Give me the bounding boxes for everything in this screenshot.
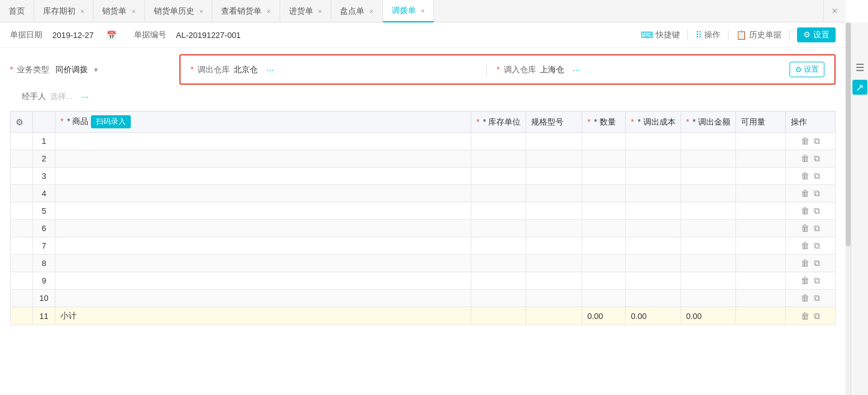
row-qty[interactable] [582, 237, 626, 255]
tab-bar-close-btn[interactable]: × [823, 0, 846, 22]
tab-view-sales-close[interactable]: × [267, 7, 270, 15]
row-spec[interactable] [526, 202, 582, 220]
row-unit[interactable] [471, 237, 526, 255]
operator-more[interactable]: ··· [82, 92, 89, 102]
row-amount[interactable] [681, 202, 735, 220]
row-qty[interactable] [582, 185, 626, 202]
row-spec[interactable] [526, 133, 582, 150]
row-qty[interactable] [582, 133, 626, 150]
row-delete-icon[interactable]: 🗑 [801, 293, 809, 303]
row-spec[interactable] [526, 150, 582, 168]
row-unit[interactable] [471, 150, 526, 168]
row-copy-icon[interactable]: ⧉ [814, 258, 820, 268]
operations-btn[interactable]: ⠿ 操作 [696, 29, 720, 40]
row-product[interactable] [55, 255, 471, 272]
warehouse-settings-btn[interactable]: ⚙ 设置 [790, 62, 824, 77]
tab-sales-history[interactable]: 销货单历史 × [145, 0, 212, 22]
row-cost[interactable] [626, 237, 681, 255]
row-unit[interactable] [471, 255, 526, 272]
calendar-icon[interactable]: 📅 [106, 31, 116, 40]
row-product[interactable] [55, 168, 471, 185]
row-copy-icon[interactable]: ⧉ [814, 171, 820, 181]
transfer-out-more[interactable]: ··· [267, 65, 274, 75]
row-cost[interactable] [626, 133, 681, 150]
row-delete-icon[interactable]: 🗑 [801, 275, 809, 285]
row-spec[interactable] [526, 272, 582, 290]
business-type-dropdown[interactable]: ▾ [94, 65, 98, 74]
row-product[interactable] [55, 272, 471, 290]
row-amount[interactable] [681, 272, 735, 290]
row-delete-icon[interactable]: 🗑 [801, 223, 809, 233]
row-copy-icon[interactable]: ⧉ [814, 136, 820, 146]
row-unit[interactable] [471, 185, 526, 202]
row-qty[interactable] [582, 220, 626, 237]
row-delete-icon[interactable]: 🗑 [801, 258, 809, 268]
row-cost[interactable] [626, 150, 681, 168]
row-product[interactable] [55, 133, 471, 150]
row-spec[interactable] [526, 237, 582, 255]
row-qty[interactable] [582, 255, 626, 272]
tab-inventory-init[interactable]: 库存期初 × [34, 0, 93, 22]
tab-sales-order[interactable]: 销货单 × [93, 0, 144, 22]
tab-home[interactable]: 首页 [0, 0, 34, 22]
row-unit[interactable] [471, 202, 526, 220]
row-cost[interactable] [626, 255, 681, 272]
row-amount[interactable] [681, 185, 735, 202]
row-spec[interactable] [526, 220, 582, 237]
row-cost[interactable] [626, 168, 681, 185]
shortcut-btn[interactable]: ⌨ 快捷键 [641, 29, 680, 40]
row-copy-icon[interactable]: ⧉ [814, 240, 820, 250]
row-qty[interactable] [582, 150, 626, 168]
row-cost[interactable] [626, 290, 681, 307]
transfer-in-more[interactable]: ··· [573, 65, 580, 75]
row-product[interactable] [55, 220, 471, 237]
business-type-value[interactable]: 同价调拨 [53, 63, 90, 77]
row-delete-icon[interactable]: 🗑 [801, 136, 809, 146]
row-amount[interactable] [681, 255, 735, 272]
row-delete-icon[interactable]: 🗑 [801, 153, 809, 163]
row-qty[interactable] [582, 272, 626, 290]
row-amount[interactable] [681, 220, 735, 237]
scroll-track[interactable] [846, 22, 851, 325]
row-delete-icon[interactable]: 🗑 [801, 311, 809, 321]
tab-transfer[interactable]: 调拨单 × [383, 0, 434, 22]
row-delete-icon[interactable]: 🗑 [801, 240, 809, 250]
row-qty[interactable] [582, 168, 626, 185]
row-product[interactable] [55, 290, 471, 307]
tab-purchase-order-close[interactable]: × [318, 7, 322, 15]
row-copy-icon[interactable]: ⧉ [814, 188, 820, 198]
transfer-out-value[interactable]: 北京仓 [234, 64, 258, 75]
row-product[interactable] [55, 150, 471, 168]
row-amount[interactable] [681, 133, 735, 150]
row-qty[interactable] [582, 290, 626, 307]
settings-btn[interactable]: ⚙ 设置 [797, 27, 836, 42]
table-gear-icon[interactable]: ⚙ [16, 117, 24, 127]
sidebar-export-icon[interactable]: ↗ [852, 80, 867, 95]
row-spec[interactable] [526, 168, 582, 185]
row-copy-icon[interactable]: ⧉ [814, 206, 820, 216]
row-qty[interactable] [582, 202, 626, 220]
row-product[interactable] [55, 185, 471, 202]
row-amount[interactable] [681, 290, 735, 307]
row-copy-icon[interactable]: ⧉ [814, 311, 820, 321]
tab-view-sales[interactable]: 查看销货单 × [212, 0, 280, 22]
tab-stocktake-close[interactable]: × [369, 7, 373, 15]
row-delete-icon[interactable]: 🗑 [801, 206, 809, 216]
row-cost[interactable] [626, 220, 681, 237]
history-btn[interactable]: 📋 历史单据 [736, 29, 781, 40]
row-spec[interactable] [526, 185, 582, 202]
row-copy-icon[interactable]: ⧉ [814, 153, 820, 163]
tab-sales-order-close[interactable]: × [131, 7, 135, 15]
row-unit[interactable] [471, 133, 526, 150]
scan-btn[interactable]: 扫码录入 [91, 115, 131, 128]
row-cost[interactable] [626, 272, 681, 290]
tab-stocktake[interactable]: 盘点单 × [331, 0, 382, 22]
operator-input[interactable]: 选择... [50, 91, 73, 102]
row-copy-icon[interactable]: ⧉ [814, 293, 820, 303]
row-cost[interactable] [626, 185, 681, 202]
row-amount[interactable] [681, 168, 735, 185]
row-unit[interactable] [471, 168, 526, 185]
row-delete-icon[interactable]: 🗑 [801, 188, 809, 198]
row-copy-icon[interactable]: ⧉ [814, 223, 820, 233]
row-unit[interactable] [471, 220, 526, 237]
